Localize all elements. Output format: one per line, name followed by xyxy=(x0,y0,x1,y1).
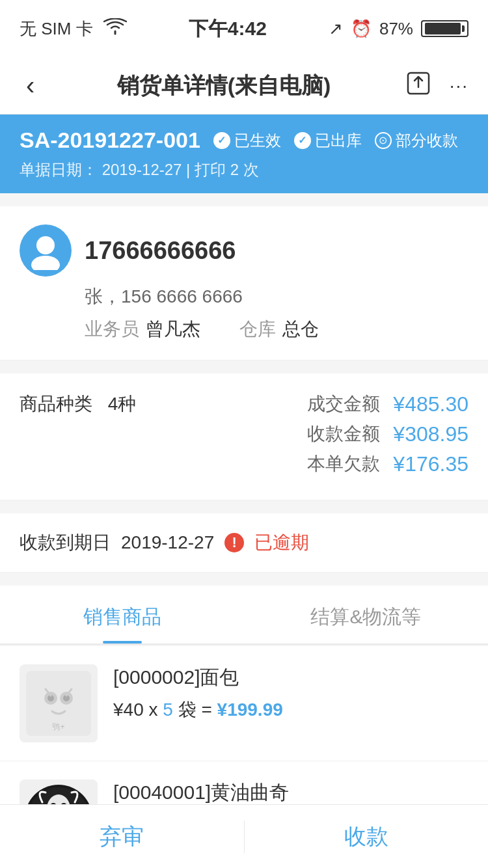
svg-text:鸮+: 鸮+ xyxy=(52,722,64,731)
product-type-item: 商品种类 4种 xyxy=(20,392,136,416)
due-date-section: 收款到期日 2019-12-27 ! 已逾期 xyxy=(0,513,488,573)
transaction-amount-label: 成交金额 xyxy=(307,392,380,416)
back-button[interactable]: ‹ xyxy=(20,64,41,107)
product-name-1: [0000002]面包 xyxy=(113,664,468,691)
product-price-1: ¥40 x 5 袋 = ¥199.99 xyxy=(113,698,468,722)
avatar xyxy=(20,224,72,277)
product-thumbnail-1: 鸮+ xyxy=(20,664,98,742)
status-bar: 无 SIM 卡 下午4:42 ↗ ⏰ 87% xyxy=(0,0,488,57)
customer-id: 17666666666 xyxy=(85,237,236,265)
battery-icon xyxy=(421,20,468,37)
debt-value: ¥176.35 xyxy=(393,452,468,476)
customer-phone: 张，156 6666 6666 xyxy=(85,284,468,309)
location-icon: ↗ xyxy=(329,19,343,39)
nav-bar: ‹ 销货单详情(来自电脑) ··· xyxy=(0,57,488,115)
transaction-amount-row: 成交金额 ¥485.30 xyxy=(307,392,468,416)
wifi-icon xyxy=(103,18,127,40)
order-id: SA-20191227-001 xyxy=(20,128,200,153)
summary-section: 商品种类 4种 成交金额 ¥485.30 收款金额 ¥308.95 本单欠款 ¥… xyxy=(0,373,488,500)
status-right: ↗ ⏰ 87% xyxy=(329,19,468,39)
status-partial-payment: ⊙ 部分收款 xyxy=(375,130,458,151)
summary-right: 成交金额 ¥485.30 收款金额 ¥308.95 本单欠款 ¥176.35 xyxy=(307,392,468,481)
clock-icon: ⊙ xyxy=(375,132,392,149)
svg-point-2 xyxy=(31,256,60,270)
battery-text: 87% xyxy=(379,19,413,39)
check-icon-2: ✓ xyxy=(294,132,311,149)
product-info-1: [0000002]面包 ¥40 x 5 袋 = ¥199.99 xyxy=(113,664,468,722)
overdue-icon: ! xyxy=(224,533,244,552)
salesperson-value: 曾凡杰 xyxy=(146,317,200,342)
salesperson-label: 业务员 xyxy=(85,317,139,342)
collected-amount-row: 收款金额 ¥308.95 xyxy=(307,422,468,446)
tab-sales-products[interactable]: 销售商品 xyxy=(0,586,244,644)
banner-date-row: 单据日期： 2019-12-27 | 打印 2 次 xyxy=(20,159,468,180)
check-icon-1: ✓ xyxy=(213,132,230,149)
transaction-amount-value: ¥485.30 xyxy=(393,392,468,416)
carrier-text: 无 SIM 卡 xyxy=(20,18,93,40)
customer-meta: 业务员 曾凡杰 仓库 总仓 xyxy=(85,317,468,342)
product-item: 鸮+ [0000002]面包 ¥40 x 5 袋 = ¥199.99 xyxy=(0,646,488,761)
product-total-1: ¥199.99 xyxy=(217,699,283,720)
svg-point-1 xyxy=(36,236,55,254)
summary-left: 商品种类 4种 xyxy=(20,392,136,420)
tabs-section: 销售商品 结算&物流等 xyxy=(0,586,488,645)
collected-label: 收款金额 xyxy=(307,422,380,446)
status-shipped: ✓ 已出库 xyxy=(294,130,362,151)
order-banner: SA-20191227-001 ✓ 已生效 ✓ 已出库 ⊙ 部分收款 单据日期：… xyxy=(0,115,488,193)
collect-payment-button[interactable]: 收款 xyxy=(245,805,489,868)
warehouse-label: 仓库 xyxy=(239,317,276,342)
status-left: 无 SIM 卡 xyxy=(20,18,127,40)
debt-label: 本单欠款 xyxy=(307,452,380,476)
more-icon[interactable]: ··· xyxy=(450,75,468,96)
overdue-text: 已逾期 xyxy=(254,530,309,555)
tabs-row: 销售商品 结算&物流等 xyxy=(0,586,488,644)
product-name-2: [00040001]黄油曲奇 xyxy=(113,780,468,806)
product-qty-1: 5 xyxy=(163,699,173,720)
due-date-label: 收款到期日 xyxy=(20,530,111,555)
due-date-value: 2019-12-27 xyxy=(121,532,214,553)
bottom-bar: 弃审 收款 xyxy=(0,804,488,868)
tab-settlement-logistics[interactable]: 结算&物流等 xyxy=(244,586,488,644)
customer-section: 17666666666 张，156 6666 6666 业务员 曾凡杰 仓库 总… xyxy=(0,206,488,360)
customer-name-row: 17666666666 xyxy=(20,224,468,277)
status-effective: ✓ 已生效 xyxy=(213,130,281,151)
share-icon[interactable] xyxy=(407,72,430,100)
banner-status-row: SA-20191227-001 ✓ 已生效 ✓ 已出库 ⊙ 部分收款 xyxy=(20,128,468,153)
summary-row: 商品种类 4种 成交金额 ¥485.30 收款金额 ¥308.95 本单欠款 ¥… xyxy=(20,392,468,481)
reject-audit-button[interactable]: 弃审 xyxy=(0,805,244,868)
collected-value: ¥308.95 xyxy=(393,422,468,446)
warehouse-value: 总仓 xyxy=(282,317,319,342)
nav-actions: ··· xyxy=(407,72,468,100)
page-title: 销货单详情(来自电脑) xyxy=(117,71,331,101)
debt-amount-row: 本单欠款 ¥176.35 xyxy=(307,452,468,476)
alarm-icon: ⏰ xyxy=(351,19,372,39)
current-time: 下午4:42 xyxy=(189,16,267,42)
